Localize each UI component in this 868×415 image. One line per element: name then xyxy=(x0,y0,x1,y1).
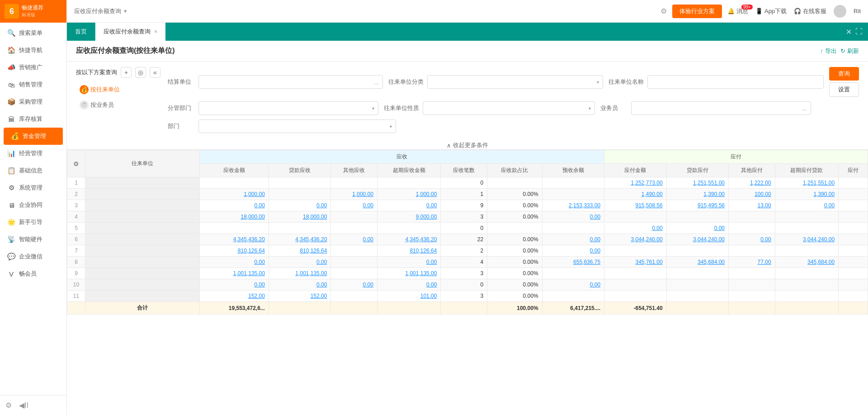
cell-ap_loan[interactable]: 1,390.00 xyxy=(666,189,728,200)
partner-category-input[interactable]: ▾ xyxy=(427,75,604,89)
cell-ar_amount[interactable]: 0.00 xyxy=(199,257,269,268)
settings-filter-btn[interactable]: ◎ xyxy=(135,67,146,78)
online-service-btn[interactable]: 🎧 在线客服 xyxy=(794,7,826,15)
cell-ar_ratio[interactable]: 0.00% xyxy=(487,268,542,279)
cell-ap_overdue[interactable]: 1,390.00 xyxy=(775,189,839,200)
cell-ap_other[interactable]: 77.00 xyxy=(729,257,775,268)
cell-ar_other[interactable]: 1,000.00 xyxy=(331,189,377,200)
cell-prepay[interactable]: 0.00 xyxy=(542,211,604,223)
cell-ap_other[interactable]: 1,222.00 xyxy=(729,177,775,189)
cell-ar_overdue[interactable]: 0.00 xyxy=(377,257,441,268)
sidebar-item-marketing[interactable]: 📣 营销推广 xyxy=(0,59,66,76)
cell-ar_loan[interactable]: 0.00 xyxy=(269,279,330,291)
cell-ar_count[interactable]: 1 xyxy=(441,189,487,200)
cell-ar_other[interactable]: 0.00 xyxy=(331,279,377,291)
cell-ar_overdue[interactable]: 9,000.00 xyxy=(377,211,441,223)
sidebar-item-search[interactable]: 🔍 搜索菜单 xyxy=(0,24,66,42)
query-btn[interactable]: 查询 xyxy=(829,67,859,81)
th-settings[interactable]: ⚙ xyxy=(67,150,85,177)
sidebar-item-capital[interactable]: 💰 资金管理 xyxy=(4,128,63,145)
cell-ar_amount[interactable]: 810,126.64 xyxy=(199,245,269,257)
tab-active[interactable]: 应收应付余额查询 × xyxy=(95,23,165,41)
filter-collapse-btn[interactable]: ∧ 收起更多条件 xyxy=(447,141,488,149)
department-input[interactable]: ▾ xyxy=(198,101,378,115)
cell-ar_loan[interactable]: 1,001,135.00 xyxy=(269,268,330,279)
dept-input[interactable]: ▾ xyxy=(198,119,396,133)
cell-ap_loan[interactable]: 345,684.00 xyxy=(666,257,728,268)
sidebar-item-operations[interactable]: 📊 经营管理 xyxy=(0,145,66,162)
cell-ar_count[interactable]: 0 xyxy=(441,223,487,234)
cell-ap_amount[interactable]: 1,490.00 xyxy=(604,189,666,200)
cell-ar_overdue[interactable]: 101.00 xyxy=(377,291,441,302)
sidebar-item-basicinfo[interactable]: 📋 基础信息 xyxy=(0,162,66,179)
industry-btn[interactable]: 体验行业方案 xyxy=(672,5,722,18)
cell-ar_count[interactable]: 3 xyxy=(441,211,487,223)
cell-ar_loan[interactable]: 18,000.00 xyxy=(269,211,330,223)
collapse-filter-btn[interactable]: « xyxy=(150,67,160,78)
add-filter-btn[interactable]: + xyxy=(121,67,132,78)
cell-ar_count[interactable]: 2 xyxy=(441,245,487,257)
cell-ar_count[interactable]: 4 xyxy=(441,257,487,268)
cell-ar_count[interactable]: 3 xyxy=(441,268,487,279)
sidebar-item-guide[interactable]: 🌟 新手引导 xyxy=(0,214,66,231)
cell-ap_loan[interactable]: 915,495.56 xyxy=(666,200,728,211)
cell-prepay[interactable]: 655,636.75 xyxy=(542,257,604,268)
cell-ap_loan[interactable]: 1,251,551.00 xyxy=(666,177,728,189)
cell-ap_overdue[interactable]: 0.00 xyxy=(775,200,839,211)
cell-ar_other[interactable]: 0.00 xyxy=(331,200,377,211)
sidebar-item-system[interactable]: ⚙ 系统管理 xyxy=(0,179,66,196)
cell-ar_ratio[interactable]: 0.00% xyxy=(487,279,542,291)
sidebar-item-sales[interactable]: 🛍 销售管理 xyxy=(0,76,66,93)
sidebar-item-hardware[interactable]: 📡 智能硬件 xyxy=(0,231,66,248)
avatar[interactable] xyxy=(834,5,846,18)
footer-settings-icon[interactable]: ⚙ xyxy=(5,401,12,410)
topbar-gear-icon[interactable]: ⚙ xyxy=(660,7,667,15)
cell-ar_other[interactable]: 0.00 xyxy=(331,234,377,245)
cell-ar_loan[interactable]: 152.00 xyxy=(269,291,330,302)
tab-home[interactable]: 首页 xyxy=(67,23,95,41)
cell-ar_ratio[interactable]: 0.00% xyxy=(487,257,542,268)
sidebar-item-inventory[interactable]: 🏛 库存核算 xyxy=(0,110,66,128)
cell-ar_overdue[interactable]: 1,001,135.00 xyxy=(377,268,441,279)
cell-ap_other[interactable]: 13.00 xyxy=(729,200,775,211)
sidebar-item-wechat[interactable]: 💬 企业微信 xyxy=(0,248,66,265)
cell-ap_overdue[interactable]: 3,044,240.00 xyxy=(775,234,839,245)
notice-btn[interactable]: 🔔 消息 99+ xyxy=(727,7,748,15)
cell-prepay[interactable]: 0.00 xyxy=(542,279,604,291)
cell-ap_amount[interactable]: 0.00 xyxy=(604,223,666,234)
cell-ap_loan[interactable]: 0.00 xyxy=(666,223,728,234)
sidebar-item-purchase[interactable]: 📦 采购管理 xyxy=(0,93,66,110)
cell-prepay[interactable]: 0.00 xyxy=(542,234,604,245)
footer-collapse-icon[interactable]: ◀II xyxy=(19,401,28,410)
cell-ar_overdue[interactable]: 1,000.00 xyxy=(377,189,441,200)
cell-ar_ratio[interactable]: 0.00% xyxy=(487,291,542,302)
cell-ar_loan[interactable]: 0.00 xyxy=(269,257,330,268)
filter-by-staff[interactable]: ⏱ 按业务员 xyxy=(76,99,118,111)
cell-ar_overdue[interactable]: 0.00 xyxy=(377,279,441,291)
settlement-unit-input[interactable]: ... xyxy=(198,75,383,89)
setting-btn[interactable]: 设置 xyxy=(829,82,859,97)
sidebar-item-member[interactable]: V 畅会员 xyxy=(0,265,66,282)
cell-ap_overdue[interactable]: 345,684.00 xyxy=(775,257,839,268)
sidebar-item-enterprise[interactable]: 🖥 企业协同 xyxy=(0,196,66,214)
cell-ap_amount[interactable]: 1,252,773.00 xyxy=(604,177,666,189)
partner-name-input[interactable] xyxy=(647,75,824,89)
cell-ar_count[interactable]: 22 xyxy=(441,234,487,245)
cell-ar_amount[interactable]: 1,001,135.00 xyxy=(199,268,269,279)
tab-close-window-icon[interactable]: ✕ xyxy=(846,28,852,36)
cell-ar_loan[interactable]: 810,126.64 xyxy=(269,245,330,257)
cell-ap_amount[interactable]: 3,044,240.00 xyxy=(604,234,666,245)
cell-ar_loan[interactable]: 4,345,436.20 xyxy=(269,234,330,245)
cell-ap_loan[interactable]: 3,044,240.00 xyxy=(666,234,728,245)
refresh-btn[interactable]: ↻ 刷新 xyxy=(840,47,859,55)
cell-ap_other[interactable]: 100.00 xyxy=(729,189,775,200)
filter-by-partner[interactable]: 💰 按往来单位 xyxy=(76,83,123,96)
cell-ar_loan[interactable]: 0.00 xyxy=(269,200,330,211)
cell-ar_amount[interactable]: 1,000.00 xyxy=(199,189,269,200)
cell-ar_ratio[interactable]: 0.00% xyxy=(487,211,542,223)
cell-ar_count[interactable]: 9 xyxy=(441,200,487,211)
cell-ar_ratio[interactable]: 0.00% xyxy=(487,234,542,245)
cell-ar_amount[interactable]: 0.00 xyxy=(199,279,269,291)
cell-ap_overdue[interactable]: 1,251,551.00 xyxy=(775,177,839,189)
cell-ar_ratio[interactable]: 0.00% xyxy=(487,245,542,257)
